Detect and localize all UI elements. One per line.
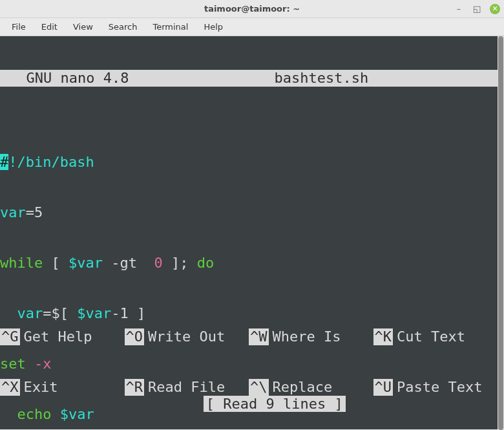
minimize-button[interactable]: –: [454, 4, 464, 14]
shortcut-exit[interactable]: ^XExit: [0, 379, 125, 396]
shortcut-row: ^GGet Help ^OWrite Out ^WWhere Is ^KCut …: [0, 328, 498, 345]
menu-help[interactable]: Help: [196, 19, 231, 34]
shortcut-get-help[interactable]: ^GGet Help: [0, 328, 125, 345]
maximize-button[interactable]: ◱: [472, 4, 482, 14]
terminal-area[interactable]: GNU nano 4.8 bashtest.sh #!/bin/bash var…: [0, 36, 498, 429]
shortcut-row: ^XExit ^RRead File ^\Replace ^UPaste Tex…: [0, 379, 498, 396]
scrollbar[interactable]: [498, 36, 504, 430]
shortcut-paste-text[interactable]: ^UPaste Text: [373, 379, 498, 396]
code-line: while [ $var -gt 0 ]; do: [0, 255, 498, 272]
menu-edit[interactable]: Edit: [34, 19, 65, 34]
shortcut-where-is[interactable]: ^WWhere Is: [249, 328, 373, 345]
code-line: var=5: [0, 204, 498, 221]
menu-view[interactable]: View: [65, 19, 101, 34]
close-button[interactable]: ✕: [490, 4, 500, 14]
terminal-content: GNU nano 4.8 bashtest.sh #!/bin/bash var…: [0, 36, 498, 429]
shortcut-replace[interactable]: ^\Replace: [249, 379, 373, 396]
window-controls: – ◱ ✕: [454, 4, 500, 14]
menu-search[interactable]: Search: [101, 19, 145, 34]
window-title: taimoor@taimoor: ~: [204, 4, 300, 14]
scrollbar-thumb[interactable]: [498, 36, 503, 430]
menu-terminal[interactable]: Terminal: [145, 19, 196, 34]
menu-file[interactable]: File: [4, 19, 34, 34]
shortcut-read-file[interactable]: ^RRead File: [125, 379, 249, 396]
code-line: #!/bin/bash: [0, 154, 498, 171]
window-titlebar: taimoor@taimoor: ~ – ◱ ✕: [0, 0, 504, 18]
nano-header: GNU nano 4.8 bashtest.sh: [0, 70, 498, 87]
shortcut-cut-text[interactable]: ^KCut Text: [373, 328, 498, 345]
shortcut-write-out[interactable]: ^OWrite Out: [125, 328, 249, 345]
nano-shortcuts: ^GGet Help ^OWrite Out ^WWhere Is ^KCut …: [0, 295, 498, 429]
menubar: File Edit View Search Terminal Help: [0, 18, 504, 36]
